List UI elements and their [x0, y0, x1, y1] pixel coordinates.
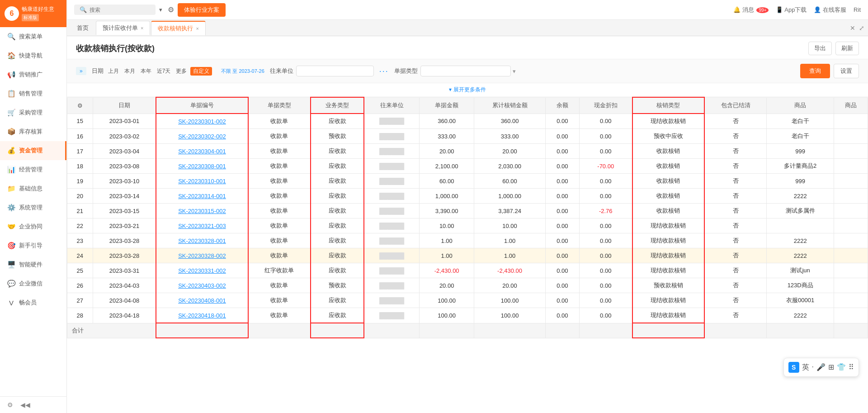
receipt-cancel-tab-close[interactable]: ×	[196, 26, 198, 31]
bill-no-link[interactable]: SK-20230310-001	[178, 178, 226, 185]
bill-no-link[interactable]: SK-20230315-002	[178, 208, 226, 214]
user-name[interactable]: Rit	[854, 6, 861, 13]
th-balance[interactable]: 余额	[545, 97, 579, 114]
cell-bill-no[interactable]: SK-20230321-003	[156, 218, 248, 233]
table-row[interactable]: 24 2023-03-28 SK-20230328-002 收款单 应收款 ██…	[67, 248, 868, 263]
sidebar-item-guide[interactable]: 🎯新手引导	[0, 236, 66, 255]
bill-no-link[interactable]: SK-20230328-002	[178, 252, 226, 259]
date-opt-more[interactable]: 更多	[174, 67, 189, 76]
cell-bill-no[interactable]: SK-20230314-001	[156, 189, 248, 204]
query-button[interactable]: 查询	[800, 64, 830, 78]
floating-icon-english[interactable]: 英	[802, 363, 809, 372]
app-download-link[interactable]: 📱 App下载	[776, 6, 807, 14]
bill-no-link[interactable]: SK-20230418-001	[178, 312, 226, 319]
sidebar-item-wechat[interactable]: 💬企业微信	[0, 274, 66, 293]
sidebar-item-collab[interactable]: 🤝企业协同	[0, 217, 66, 236]
bill-no-link[interactable]: SK-20230302-002	[178, 133, 226, 140]
table-row[interactable]: 22 2023-03-21 SK-20230321-003 收款单 应收款 ██…	[67, 218, 868, 233]
th-bill-amount[interactable]: 单据金额	[420, 97, 474, 114]
table-row[interactable]: 18 2023-03-08 SK-20230308-001 收款单 应收款 ██…	[67, 159, 868, 174]
tab-home[interactable]: 首页	[71, 21, 95, 35]
topbar-search-box[interactable]: 🔍	[74, 5, 156, 15]
settings-icon[interactable]: ⚙	[7, 401, 13, 408]
table-row[interactable]: 19 2023-03-10 SK-20230310-001 收款单 应收款 ██…	[67, 174, 868, 189]
table-row[interactable]: 20 2023-03-14 SK-20230314-001 收款单 应收款 ██…	[67, 189, 868, 204]
cell-bill-no[interactable]: SK-20230328-002	[156, 248, 248, 263]
th-biz-type[interactable]: 业务类型	[311, 97, 364, 114]
gear-icon[interactable]: ⚙	[168, 5, 174, 14]
table-row[interactable]: 21 2023-03-15 SK-20230315-002 收款单 应收款 ██…	[67, 204, 868, 218]
receipt-type-dropdown-icon[interactable]: ▾	[513, 68, 516, 75]
industry-solution-button[interactable]: 体验行业方案	[178, 3, 226, 17]
date-opt-custom[interactable]: 自定义	[190, 67, 212, 76]
date-opt-last-month[interactable]: 上月	[106, 67, 121, 76]
table-row[interactable]: 15 2023-03-01 SK-20230301-002 收款单 应收款 ██…	[67, 114, 868, 129]
cell-bill-no[interactable]: SK-20230315-002	[156, 204, 248, 218]
bill-no-link[interactable]: SK-20230331-002	[178, 267, 226, 274]
bill-no-link[interactable]: SK-20230304-001	[178, 148, 226, 155]
close-all-icon[interactable]: ✕	[850, 24, 855, 32]
floating-icon-apps[interactable]: ⠿	[849, 363, 854, 372]
export-button[interactable]: 导出	[808, 42, 832, 55]
cell-bill-no[interactable]: SK-20230308-001	[156, 159, 248, 174]
sidebar-item-member[interactable]: V畅会员	[0, 293, 66, 312]
expand-more-button[interactable]: ▾ 展开更多条件	[449, 86, 486, 94]
sidebar-item-finance[interactable]: 💰资金管理	[0, 141, 66, 160]
th-product[interactable]: 商品	[767, 97, 834, 114]
table-row[interactable]: 16 2023-03-02 SK-20230302-002 收款单 预收款 ██…	[67, 129, 868, 144]
th-cash-discount[interactable]: 现金折扣	[579, 97, 632, 114]
cell-bill-no[interactable]: SK-20230331-002	[156, 263, 248, 278]
cell-bill-no[interactable]: SK-20230328-001	[156, 233, 248, 248]
online-service-link[interactable]: 👤 在线客服	[814, 6, 846, 14]
refresh-button[interactable]: 刷新	[835, 42, 859, 55]
cell-bill-no[interactable]: SK-20230403-002	[156, 278, 248, 293]
bill-no-link[interactable]: SK-20230301-002	[178, 118, 226, 125]
th-bill-no[interactable]: 单据编号	[156, 97, 248, 114]
date-opt-this-year[interactable]: 本年	[139, 67, 153, 76]
bill-no-link[interactable]: SK-20230403-002	[178, 282, 226, 289]
bill-no-link[interactable]: SK-20230314-001	[178, 193, 226, 199]
sidebar-item-sales[interactable]: 📋销售管理	[0, 84, 66, 103]
table-row[interactable]: 17 2023-03-04 SK-20230304-001 收款单 应收款 ██…	[67, 144, 868, 159]
th-include-settled[interactable]: 包含已结清	[704, 97, 767, 114]
bill-no-link[interactable]: SK-20230328-001	[178, 237, 226, 244]
cell-bill-no[interactable]: SK-20230301-002	[156, 114, 248, 129]
search-input[interactable]	[90, 7, 144, 13]
cell-bill-no[interactable]: SK-20230302-002	[156, 129, 248, 144]
sidebar-item-hardware[interactable]: 🖥️智能硬件	[0, 255, 66, 274]
floating-icon-grid[interactable]: ⊞	[828, 363, 834, 372]
sidebar-item-inventory[interactable]: 📦库存核算	[0, 122, 66, 141]
cell-bill-no[interactable]: SK-20230408-001	[156, 293, 248, 308]
table-row[interactable]: 23 2023-03-28 SK-20230328-001 收款单 应收款 ██…	[67, 233, 868, 248]
bill-no-link[interactable]: SK-20230308-001	[178, 163, 226, 170]
cell-bill-no[interactable]: SK-20230310-001	[156, 174, 248, 189]
th-gear[interactable]: ⚙	[67, 97, 93, 114]
date-opt-this-month[interactable]: 本月	[123, 67, 137, 76]
partner-filter-input[interactable]	[296, 66, 374, 76]
topbar-dropdown[interactable]: ▾	[159, 6, 162, 13]
expand-icon[interactable]: ⤢	[859, 24, 864, 32]
sidebar-item-operations[interactable]: 📊经营管理	[0, 160, 66, 179]
th-date[interactable]: 日期	[93, 97, 156, 114]
sidebar-item-marketing[interactable]: 📢营销推广	[0, 65, 66, 84]
cell-bill-no[interactable]: SK-20230304-001	[156, 144, 248, 159]
th-accum-cancel[interactable]: 累计核销金额	[474, 97, 546, 114]
date-opt-7days[interactable]: 近7天	[155, 67, 173, 76]
filter-collapse-button[interactable]: »	[76, 67, 86, 75]
th-cancel-type[interactable]: 核销类型	[632, 97, 704, 114]
bill-no-link[interactable]: SK-20230321-003	[178, 223, 226, 229]
th-product2[interactable]: 商品	[834, 97, 868, 114]
sidebar-item-quicknav[interactable]: 🏠快捷导航	[0, 46, 66, 65]
floating-icon-dot[interactable]: ·	[812, 363, 814, 372]
tab-receipt-cancel[interactable]: 收款核销执行 ×	[151, 21, 205, 35]
messages-label[interactable]: 🔔 消息 99+	[733, 6, 769, 14]
sidebar-item-basic[interactable]: 📁基础信息	[0, 179, 66, 198]
prepay-tab-close[interactable]: ×	[141, 25, 143, 31]
tab-prepay[interactable]: 预计应收付单 ×	[96, 21, 150, 35]
filter-dots[interactable]: ···	[379, 66, 389, 76]
receipt-type-input[interactable]	[420, 66, 511, 76]
table-row[interactable]: 26 2023-04-03 SK-20230403-002 收款单 预收款 ██…	[67, 278, 868, 293]
sidebar-item-system[interactable]: ⚙️系统管理	[0, 198, 66, 217]
floating-icon-shirt[interactable]: 👕	[837, 363, 846, 372]
sidebar-item-search[interactable]: 🔍搜索菜单	[0, 27, 66, 46]
